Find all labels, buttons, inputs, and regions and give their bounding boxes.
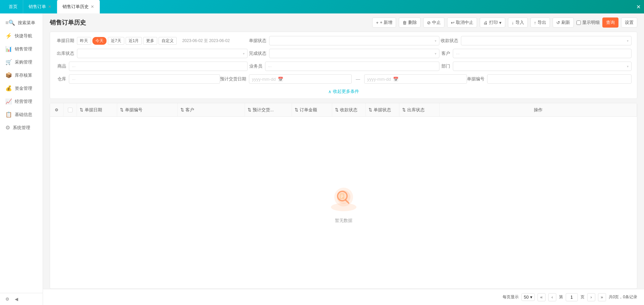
- sidebar-item-base-info[interactable]: 📋 基础信息: [0, 108, 43, 121]
- tab-home[interactable]: 首页: [3, 0, 23, 13]
- collapse-label: 收起更多条件: [333, 88, 359, 94]
- salesperson-placeholder: ···: [268, 64, 272, 69]
- th-bill-status-label: 单据状态: [374, 107, 391, 113]
- print-button[interactable]: 🖨 打印 ▾: [480, 17, 505, 28]
- tab-sales-order[interactable]: 销售订单 ✕: [23, 0, 57, 13]
- salesperson-label: 业务员: [248, 63, 262, 69]
- tab-sales-order-history-close[interactable]: ✕: [91, 4, 94, 9]
- bill-number-input[interactable]: [487, 74, 632, 84]
- th-order-amount[interactable]: ⇅ 订单金额: [292, 103, 332, 116]
- prev-page-button[interactable]: ‹: [548, 293, 556, 301]
- empty-svg: [327, 182, 360, 212]
- sidebar-settings-icon[interactable]: ⚙: [5, 297, 9, 302]
- th-receipt-status[interactable]: ⇅ 收款状态: [332, 103, 366, 116]
- receipt-status-arrow: ▾: [627, 39, 629, 43]
- page-number-input[interactable]: [566, 293, 578, 301]
- th-bill-date-sort: ⇅: [80, 107, 83, 112]
- delete-icon: 🗑: [402, 20, 407, 25]
- first-page-button[interactable]: «: [538, 293, 546, 301]
- tab-sales-order-history[interactable]: 销售订单历史 ✕: [57, 0, 100, 13]
- display-detail-checkbox-label[interactable]: 显示明细: [576, 20, 600, 26]
- pagination-bar: 每页显示 50 ▾ « ‹ 第 页 › » 共0页，0条记录: [43, 289, 644, 305]
- delivery-date-start-input[interactable]: yyyy-mm-dd 📅: [249, 74, 352, 84]
- sidebar-item-inventory-calc[interactable]: 📦 库存核算: [0, 69, 43, 82]
- date-yesterday-btn[interactable]: 昨天: [77, 37, 91, 45]
- tab-sales-order-history-label: 销售订单历史: [62, 4, 89, 10]
- header-checkbox[interactable]: [68, 108, 73, 112]
- settings-button[interactable]: 设置: [621, 17, 637, 28]
- settings-label: 设置: [625, 20, 634, 26]
- display-detail-checkbox[interactable]: [576, 21, 581, 25]
- sidebar-bottom: ⚙ ◀: [0, 293, 43, 305]
- stop-label: 中止: [432, 20, 441, 26]
- search-menu-icon: ≡🔍: [5, 20, 15, 26]
- stop-button[interactable]: ⊘ 中止: [423, 17, 444, 28]
- collapse-filter-btn[interactable]: ∧ 收起更多条件: [55, 87, 632, 94]
- main-layout: ≡🔍 搜索菜单 ⚡ 快捷导航 📊 销售管理 🛒 采购管理 📦 库存核算 💰 资金…: [0, 13, 644, 305]
- next-page-button[interactable]: ›: [587, 293, 595, 301]
- page-title: 销售订单历史: [50, 18, 86, 27]
- query-button[interactable]: 查询: [602, 17, 618, 28]
- th-bill-date[interactable]: ⇅ 单据日期: [77, 103, 117, 116]
- th-settings[interactable]: ⚙: [50, 103, 63, 116]
- new-button[interactable]: + + 新增: [372, 17, 396, 28]
- date-custom-btn[interactable]: 自定义: [159, 37, 177, 45]
- warehouse-placeholder: ···: [72, 77, 76, 82]
- th-customer-label: 客户: [185, 107, 194, 113]
- warehouse-label: 仓库: [55, 76, 66, 82]
- date-range-separator: —: [356, 77, 360, 82]
- sidebar-item-sales-mgmt[interactable]: 📊 销售管理: [0, 42, 43, 55]
- delete-button[interactable]: 🗑 删除: [399, 17, 421, 28]
- th-stock-status[interactable]: ⇅ 出库状态: [399, 103, 440, 116]
- sidebar-item-ops-mgmt[interactable]: 📈 经营管理: [0, 95, 43, 108]
- complete-status-select[interactable]: ▾: [269, 49, 440, 58]
- th-customer[interactable]: ⇅ 客户: [178, 103, 245, 116]
- window-close-button[interactable]: ✕: [636, 4, 641, 10]
- bill-status-select[interactable]: ▾: [269, 36, 440, 45]
- sys-mgmt-icon: ⚙: [5, 124, 10, 131]
- export-icon: ↑: [534, 20, 536, 25]
- export-button[interactable]: ↑ 导出: [530, 17, 550, 28]
- refresh-label: 刷新: [561, 20, 570, 26]
- th-bill-number[interactable]: ⇅ 单据编号: [117, 103, 178, 116]
- receipt-status-select[interactable]: ▾: [461, 36, 632, 45]
- refresh-button[interactable]: ↺ 刷新: [553, 17, 574, 28]
- date-today-btn[interactable]: 今天: [92, 37, 106, 45]
- top-bar: 首页 销售订单 ✕ 销售订单历史 ✕ ✕: [0, 0, 644, 13]
- stock-out-status-select[interactable]: ▾: [77, 49, 248, 58]
- toolbar: + + 新增 🗑 删除 ⊘ 中止 ↩ 取消中止 🖨 打印: [372, 17, 637, 28]
- sidebar-item-sys-mgmt[interactable]: ⚙ 系统管理: [0, 121, 43, 134]
- sidebar-collapse-icon[interactable]: ◀: [15, 297, 18, 302]
- import-button[interactable]: ↓ 导入: [508, 17, 528, 28]
- delivery-date-end-input[interactable]: yyyy-mm-dd 📅: [364, 74, 467, 84]
- th-delivery[interactable]: ⇅ 预计交货...: [245, 103, 292, 116]
- tab-sales-order-close[interactable]: ✕: [48, 4, 51, 9]
- per-page-select[interactable]: 50 ▾: [521, 293, 534, 301]
- customer-input[interactable]: ···: [453, 49, 632, 58]
- sidebar-item-finance-mgmt[interactable]: 💰 资金管理: [0, 82, 43, 95]
- first-page-icon: «: [540, 295, 543, 300]
- salesperson-input[interactable]: ···: [265, 62, 440, 71]
- print-label: 打印: [489, 20, 498, 26]
- cancel-stop-button[interactable]: ↩ 取消中止: [447, 17, 477, 28]
- dept-select[interactable]: ▾: [453, 62, 632, 71]
- th-amount-sort: ⇅: [295, 107, 298, 112]
- date-1month-btn[interactable]: 近1月: [126, 37, 142, 45]
- last-page-button[interactable]: »: [598, 293, 606, 301]
- th-checkbox[interactable]: [63, 103, 77, 116]
- date-more-btn[interactable]: 更多: [143, 37, 157, 45]
- sidebar-item-purchase-mgmt[interactable]: 🛒 采购管理: [0, 55, 43, 69]
- th-bill-status[interactable]: ⇅ 单据状态: [366, 103, 399, 116]
- product-input[interactable]: ···: [69, 62, 248, 71]
- delivery-date-end-value: yyyy-mm-dd: [367, 77, 391, 82]
- sidebar-item-quick-nav[interactable]: ⚡ 快捷导航: [0, 29, 43, 42]
- date-7days-btn[interactable]: 近7天: [108, 37, 124, 45]
- print-icon: 🖨: [483, 20, 488, 25]
- inventory-calc-icon: 📦: [5, 72, 12, 78]
- new-icon: +: [376, 20, 379, 25]
- sidebar-item-search-menu[interactable]: ≡🔍 搜索菜单: [0, 16, 43, 29]
- warehouse-input[interactable]: ···: [69, 74, 220, 84]
- filter-row-4: 仓库 ··· 预计交货日期 yyyy-mm-dd 📅 — yyyy-mm-dd …: [55, 74, 632, 84]
- sidebar-item-sys-mgmt-label: 系统管理: [13, 125, 30, 131]
- th-delivery-sort: ⇅: [248, 107, 251, 112]
